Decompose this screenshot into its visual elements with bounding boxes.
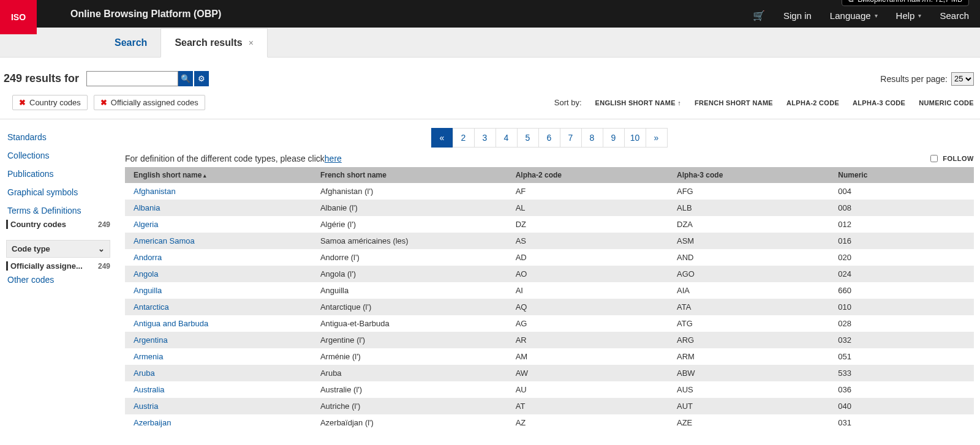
table-row: Antigua and BarbudaAntigua-et-BarbudaAGA…: [125, 315, 974, 332]
follow-toggle[interactable]: FOLLOW: [930, 155, 974, 162]
iso-logo[interactable]: ISO: [0, 0, 37, 34]
page-2[interactable]: 2: [453, 128, 475, 148]
cell-english[interactable]: Armenia: [125, 348, 312, 365]
cell-french: Autriche (l'): [312, 398, 507, 414]
cell-alpha2: AW: [507, 365, 668, 381]
cell-english[interactable]: Andorra: [125, 249, 312, 266]
sidebar-subsection: Officially assigne... 249 Other codes: [6, 258, 110, 289]
col-numeric[interactable]: Numeric: [829, 167, 974, 183]
page-3[interactable]: 3: [474, 128, 496, 148]
rpp-label: Results per page:: [880, 74, 948, 84]
cell-english[interactable]: American Samoa: [125, 233, 312, 249]
close-icon[interactable]: ×: [249, 38, 254, 48]
cell-alpha3: AGO: [668, 266, 829, 282]
cell-alpha3: ATA: [668, 299, 829, 315]
cell-numeric: 004: [829, 183, 974, 200]
results-per-page: Results per page: 25: [880, 72, 974, 86]
cell-numeric: 051: [829, 348, 974, 365]
page-7[interactable]: 7: [560, 128, 582, 148]
cell-english[interactable]: Aruba: [125, 365, 312, 381]
cell-alpha2: AM: [507, 348, 668, 365]
sidebar-item-label: Officially assigne...: [10, 261, 83, 271]
cell-numeric: 016: [829, 233, 974, 249]
sort-numeric[interactable]: NUMERIC CODE: [919, 99, 974, 107]
col-english[interactable]: English short name: [125, 167, 312, 183]
search-button[interactable]: 🔍: [178, 71, 193, 86]
search-box: 🔍 ⚙: [86, 71, 209, 86]
page-«[interactable]: «: [431, 128, 453, 148]
col-alpha3[interactable]: Alpha-3 code: [668, 167, 829, 183]
cell-french: Azerbaïdjan (l'): [312, 414, 507, 431]
page-4[interactable]: 4: [496, 128, 518, 148]
sort-alpha3[interactable]: ALPHA-3 CODE: [853, 99, 905, 107]
help-menu[interactable]: Help ▾: [896, 10, 922, 21]
cell-english[interactable]: Argentina: [125, 332, 312, 348]
cell-french: Antarctique (l'): [312, 299, 507, 315]
page-10[interactable]: 10: [624, 128, 646, 148]
sidebar-item-terms[interactable]: Terms & Definitions: [6, 201, 110, 220]
cell-english[interactable]: Algeria: [125, 216, 312, 233]
language-menu[interactable]: Language ▾: [830, 10, 878, 21]
page-8[interactable]: 8: [581, 128, 603, 148]
top-search-link[interactable]: Search: [940, 10, 969, 21]
tab-search[interactable]: Search: [101, 29, 160, 57]
cell-alpha2: AG: [507, 315, 668, 332]
sidebar-item-label: Country codes: [10, 220, 66, 229]
filter-chip-country-codes[interactable]: ✖ Country codes: [12, 95, 88, 110]
table-body: AfghanistanAfghanistan (l')AFAFG004Alban…: [125, 183, 974, 431]
cell-english[interactable]: Austria: [125, 398, 312, 414]
page-9[interactable]: 9: [603, 128, 625, 148]
sort-label: Sort by:: [554, 98, 582, 107]
page-6[interactable]: 6: [538, 128, 560, 148]
table-row: ArmeniaArménie (l')AMARM051: [125, 348, 974, 365]
sidebar-item-other-codes[interactable]: Other codes: [6, 271, 110, 289]
sort-english-short[interactable]: ENGLISH SHORT NAME: [595, 99, 681, 107]
sidebar: Standards Collections Publications Graph…: [0, 128, 110, 431]
col-french[interactable]: French short name: [312, 167, 507, 183]
sort-alpha2[interactable]: ALPHA-2 CODE: [786, 99, 839, 107]
cell-english[interactable]: Antigua and Barbuda: [125, 315, 312, 332]
search-icon: 🔍: [181, 74, 190, 83]
follow-checkbox[interactable]: [930, 155, 938, 162]
sidebar-item-officially-assigned[interactable]: Officially assigne... 249: [6, 261, 110, 271]
cell-numeric: 028: [829, 315, 974, 332]
sidebar-item-publications[interactable]: Publications: [6, 165, 110, 183]
sidebar-item-standards[interactable]: Standards: [6, 128, 110, 146]
memory-usage-pill: ⧉ Використання пам'яті: 72,7 МБ: [842, 0, 969, 6]
cell-english[interactable]: Afghanistan: [125, 183, 312, 200]
signin-link[interactable]: Sign in: [783, 10, 812, 21]
page-5[interactable]: 5: [517, 128, 539, 148]
col-alpha2[interactable]: Alpha-2 code: [507, 167, 668, 183]
page-»[interactable]: »: [646, 128, 668, 148]
cell-french: Angola (l'): [312, 266, 507, 282]
tab-search-results[interactable]: Search results ×: [160, 28, 267, 58]
sidebar-section-code-type[interactable]: Code type ⌄: [6, 240, 110, 258]
filter-chip-officially-assigned[interactable]: ✖ Officially assigned codes: [94, 95, 205, 110]
sort-french-short[interactable]: FRENCH SHORT NAME: [695, 99, 773, 107]
cell-alpha2: AR: [507, 332, 668, 348]
sidebar-item-country-codes[interactable]: Country codes 249: [6, 220, 110, 229]
cell-alpha3: AND: [668, 249, 829, 266]
cell-numeric: 008: [829, 200, 974, 216]
info-here-link[interactable]: here: [325, 154, 342, 163]
cell-english[interactable]: Australia: [125, 381, 312, 398]
cell-english[interactable]: Antarctica: [125, 299, 312, 315]
cell-english[interactable]: Angola: [125, 266, 312, 282]
sidebar-item-graphical-symbols[interactable]: Graphical symbols: [6, 183, 110, 201]
sidebar-item-collections[interactable]: Collections: [6, 146, 110, 165]
table-row: AnguillaAnguillaAIAIA660: [125, 282, 974, 299]
results-count: 249 results for: [4, 72, 79, 85]
tab-results-label: Search results: [175, 37, 242, 48]
iso-logo-text: ISO: [11, 12, 26, 22]
rpp-select[interactable]: 25: [951, 72, 974, 86]
content-area: «2345678910» For definition of the diffe…: [110, 128, 980, 431]
cell-english[interactable]: Azerbaijan: [125, 414, 312, 431]
cell-french: Aruba: [312, 365, 507, 381]
cell-numeric: 010: [829, 299, 974, 315]
search-input[interactable]: [86, 71, 178, 86]
table-row: ArgentinaArgentine (l')ARARG032: [125, 332, 974, 348]
search-settings-button[interactable]: ⚙: [194, 71, 209, 86]
cell-english[interactable]: Anguilla: [125, 282, 312, 299]
cart-icon[interactable]: 🛒: [753, 10, 765, 21]
cell-english[interactable]: Albania: [125, 200, 312, 216]
